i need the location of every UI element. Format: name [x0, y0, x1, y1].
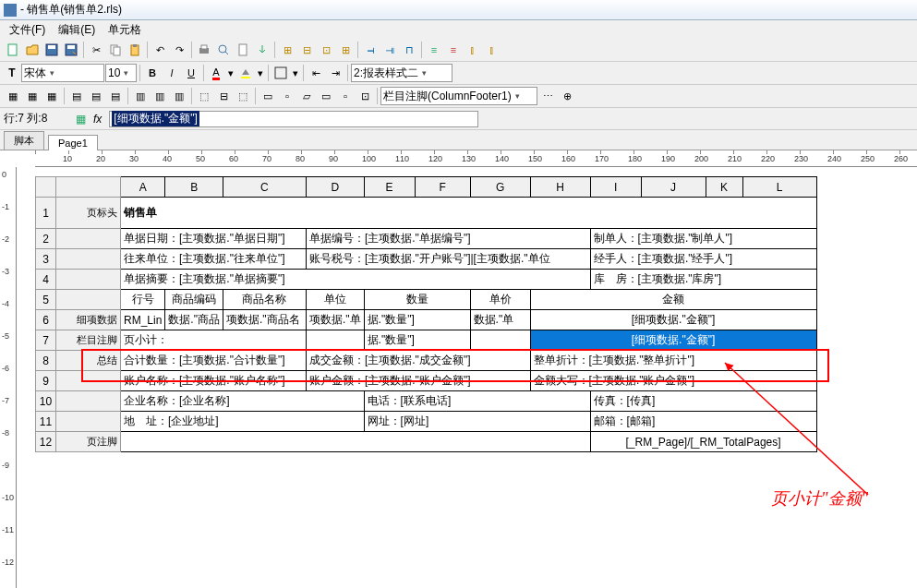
print-icon[interactable]: [195, 41, 213, 59]
menu-edit[interactable]: 编辑(E): [53, 20, 101, 40]
row-9[interactable]: 9 账户名称：[主项数据."账户名称"] 账户金额：[主项数据."账户金额"] …: [36, 371, 817, 391]
split-cells-icon[interactable]: ⊟: [214, 87, 233, 105]
paste-icon[interactable]: [126, 41, 144, 59]
sheet-tabs: 脚本 Page1: [0, 130, 917, 150]
row-12[interactable]: 12 页注脚 [_RM_Page]/[_RM_TotalPages]: [36, 432, 817, 452]
insert-row-icon[interactable]: ≡: [425, 41, 443, 59]
italic-icon[interactable]: I: [163, 64, 181, 82]
merge2-icon[interactable]: ⫣: [380, 41, 399, 59]
font-name-dropdown[interactable]: 宋体: [21, 64, 104, 82]
svg-rect-10: [201, 45, 207, 49]
formula-input[interactable]: [细项数据."金额"]: [109, 111, 478, 127]
col-K[interactable]: K: [706, 177, 742, 198]
underline-icon[interactable]: U: [182, 64, 200, 82]
menu-cell[interactable]: 单元格: [103, 20, 147, 40]
row-10[interactable]: 10 企业名称：[企业名称] 电话：[联系电话] 传真：[传真]: [36, 391, 817, 412]
col-F[interactable]: F: [415, 177, 470, 198]
col-E[interactable]: E: [364, 177, 415, 198]
copy-icon[interactable]: [106, 41, 125, 59]
undo-icon[interactable]: ↶: [151, 41, 169, 59]
col-G[interactable]: G: [470, 177, 530, 198]
export-icon[interactable]: [253, 41, 271, 59]
col-J[interactable]: J: [641, 177, 706, 198]
fill-color-dropdown-icon[interactable]: ▾: [256, 64, 265, 82]
style-dropdown[interactable]: 2:报表样式二: [351, 64, 452, 82]
col-H[interactable]: H: [530, 177, 590, 198]
align-mid-left-icon[interactable]: ▤: [67, 87, 86, 105]
col-I[interactable]: I: [590, 177, 641, 198]
row-11[interactable]: 11 地 址：[企业地址] 网址：[网址] 邮箱：[邮箱]: [36, 412, 817, 432]
title-cell[interactable]: 销售单: [121, 198, 817, 229]
row-8[interactable]: 8 总结 合计数量：[主项数据."合计数量"] 成交金额：[主项数据."成交金额…: [36, 351, 817, 371]
selected-cell[interactable]: [细项数据."金额"]: [530, 330, 816, 351]
col-C[interactable]: C: [223, 177, 306, 198]
delete-row-icon[interactable]: ≡: [444, 41, 463, 59]
col-B[interactable]: B: [165, 177, 223, 198]
group4-icon[interactable]: ⊞: [336, 41, 355, 59]
align-top-right-icon[interactable]: ▦: [42, 87, 61, 105]
insert-col-icon[interactable]: ⫿: [464, 41, 482, 59]
tbtn-misc5-icon[interactable]: ▫: [336, 87, 355, 105]
open-icon[interactable]: [23, 41, 42, 59]
corner-cell[interactable]: [36, 177, 56, 198]
tbtn-misc1-icon[interactable]: ▭: [259, 87, 277, 105]
align-bot-center-icon[interactable]: ▥: [151, 87, 169, 105]
row-6[interactable]: 6 细项数据 RM_Lin 数据."商品 项数据."商品名 项数据."单 据."…: [36, 310, 817, 330]
group2-icon[interactable]: ⊟: [297, 41, 316, 59]
group1-icon[interactable]: ⊞: [278, 41, 296, 59]
col-L[interactable]: L: [742, 177, 816, 198]
font-color-icon[interactable]: A: [207, 64, 225, 82]
delete-col-icon[interactable]: ⫿: [483, 41, 501, 59]
align-mid-right-icon[interactable]: ▤: [106, 87, 125, 105]
merge-cells-icon[interactable]: ⬚: [195, 87, 213, 105]
col-D[interactable]: D: [306, 177, 364, 198]
new-icon[interactable]: [4, 41, 22, 59]
row-4[interactable]: 4 单据摘要：[主项数据."单据摘要"] 库 房：[主项数据."库房"]: [36, 270, 817, 290]
section-action2-icon[interactable]: ⊕: [558, 87, 576, 105]
decrease-indent-icon[interactable]: ⇥: [326, 64, 344, 82]
col-A[interactable]: A: [121, 177, 165, 198]
merge3-icon[interactable]: ⊓: [400, 41, 418, 59]
page-setup-icon[interactable]: [234, 41, 252, 59]
align-bot-left-icon[interactable]: ▥: [131, 87, 150, 105]
font-size-dropdown[interactable]: 10: [105, 64, 137, 82]
tab-script[interactable]: 脚本: [4, 131, 44, 150]
align-mid-center-icon[interactable]: ▤: [87, 87, 105, 105]
tab-page1[interactable]: Page1: [48, 135, 98, 150]
formula-icon[interactable]: ▦: [76, 113, 86, 126]
workspace: 0102030405060708090100110120130140150160…: [0, 150, 917, 588]
fx-label[interactable]: fx: [93, 113, 102, 126]
merge-across-icon[interactable]: ⬚: [234, 87, 252, 105]
align-top-left-icon[interactable]: ▦: [4, 87, 22, 105]
cell-reference: 行:7 列:8: [4, 111, 68, 126]
tbtn-misc4-icon[interactable]: ▭: [317, 87, 335, 105]
report-grid[interactable]: A B C D E F G H I J K L 1 页标头 销售单 2: [35, 176, 817, 452]
fill-color-icon[interactable]: [236, 64, 255, 82]
saveas-icon[interactable]: [62, 41, 80, 59]
increase-indent-icon[interactable]: ⇤: [307, 64, 325, 82]
row-7[interactable]: 7 栏目注脚 页小计： 据."数量"] [细项数据."金额"]: [36, 330, 817, 351]
tbtn-misc2-icon[interactable]: ▫: [278, 87, 296, 105]
save-icon[interactable]: [42, 41, 61, 59]
section-action1-icon[interactable]: ⋯: [538, 87, 557, 105]
section-dropdown[interactable]: 栏目注脚(ColumnFooter1): [380, 87, 537, 105]
font-color-dropdown-icon[interactable]: ▾: [226, 64, 235, 82]
align-top-center-icon[interactable]: ▦: [23, 87, 42, 105]
cut-icon[interactable]: ✂: [87, 41, 105, 59]
bold-icon[interactable]: B: [143, 64, 162, 82]
tbtn-misc3-icon[interactable]: ▱: [297, 87, 316, 105]
merge1-icon[interactable]: ⫤: [361, 41, 380, 59]
row-1[interactable]: 1 页标头 销售单: [36, 198, 817, 229]
band-header: [56, 177, 121, 198]
group3-icon[interactable]: ⊡: [317, 41, 335, 59]
row-2[interactable]: 2 单据日期：[主项数据."单据日期"] 单据编号：[主项数据."单据编号"] …: [36, 229, 817, 249]
align-bot-right-icon[interactable]: ▥: [170, 87, 188, 105]
row-3[interactable]: 3 往来单位：[主项数据."往来单位"] 账号税号：[主项数据."开户账号"]|…: [36, 249, 817, 270]
row-5[interactable]: 5 行号 商品编码 商品名称 单位 数量 单价 金额: [36, 290, 817, 310]
border-icon[interactable]: [271, 64, 290, 82]
preview-icon[interactable]: [214, 41, 233, 59]
redo-icon[interactable]: ↷: [170, 41, 188, 59]
border-dropdown-icon[interactable]: ▾: [291, 64, 300, 82]
menu-file[interactable]: 文件(F): [4, 20, 51, 40]
tbtn-misc6-icon[interactable]: ⊡: [356, 87, 374, 105]
